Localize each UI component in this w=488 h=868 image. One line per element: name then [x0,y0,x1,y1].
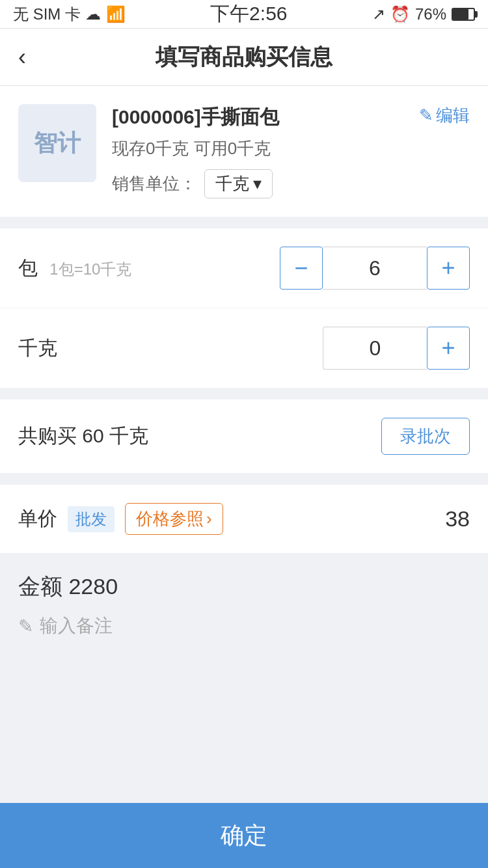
unit-row: 销售单位： 千克 ▾ [112,169,470,198]
summary-text: 共购买 60 千克 [18,423,148,450]
amount-label: 金额 [18,574,68,599]
edit-icon: ✎ [419,105,433,126]
price-section: 单价 批发 价格参照 › 38 [0,485,488,554]
status-time: 下午2:56 [210,1,287,27]
product-thumbnail: 智计 [18,104,96,182]
main-content: 无 SIM 卡 ☁ 📶 下午2:56 ↗ ⏰ 76% ‹ 填写商品购买信息 智计… [0,0,488,868]
bag-quantity-input[interactable] [323,247,427,290]
bag-hint: 1包=10千克 [49,260,131,278]
nav-bar: ‹ 填写商品购买信息 [0,29,488,86]
unit-value: 千克 [215,172,249,195]
price-value: 38 [445,506,470,532]
product-name-row: [0000006]手撕面包 ✎ 编辑 [112,104,470,131]
bag-minus-button[interactable]: − [280,247,323,290]
status-right: ↗ ⏰ 76% [372,5,475,23]
status-bar: 无 SIM 卡 ☁ 📶 下午2:56 ↗ ⏰ 76% [0,0,488,29]
kg-label: 千克 [18,335,323,362]
back-button[interactable]: ‹ [18,44,26,71]
price-ref-label: 价格参照 [136,508,204,530]
price-ref-arrow-icon: › [206,509,212,529]
bag-plus-button[interactable]: + [427,247,470,290]
kg-input-row: 千克 + [0,308,488,388]
price-section-wrapper: 单价 批发 价格参照 › 38 金额 2280 ✎ 输入备注 [0,485,488,647]
location-icon: ↗ [372,5,385,23]
product-name: [0000006]手撕面包 [112,104,419,131]
summary-section: 共购买 60 千克 录批次 [0,400,488,473]
bag-label: 包 1包=10千克 [18,255,280,282]
battery-text: 76% [415,5,446,23]
page-title: 填写商品购买信息 [156,42,332,72]
pencil-icon: ✎ [18,616,33,637]
amount-number: 2280 [68,574,118,599]
status-left: 无 SIM 卡 ☁ 📶 [13,4,126,25]
unit-label: 销售单位： [112,172,197,195]
amount-section: 金额 2280 ✎ 输入备注 [0,554,488,647]
batch-button[interactable]: 录批次 [381,418,470,455]
alarm-icon: ⏰ [390,5,410,23]
input-section: 包 1包=10千克 − + 千克 + [0,228,488,388]
price-label: 单价 [18,506,57,532]
wifi-icon: 📶 [106,5,126,23]
remark-placeholder: 输入备注 [40,614,113,638]
kg-plus-button[interactable]: + [427,327,470,370]
confirm-button[interactable]: 确定 [0,803,488,868]
bag-qty-control: − + [280,247,470,290]
remark-row[interactable]: ✎ 输入备注 [18,614,470,638]
battery-icon [452,8,475,21]
bag-input-row: 包 1包=10千克 − + [0,228,488,308]
product-logo: 智计 [34,128,81,159]
price-reference-button[interactable]: 价格参照 › [125,503,223,535]
amount-row: 金额 2280 [18,572,470,602]
edit-label: 编辑 [436,104,470,127]
kg-qty-control: + [323,327,470,370]
price-type-tag: 批发 [68,506,115,532]
stock-info: 现存0千克 可用0千克 [112,137,470,160]
sim-text: 无 SIM 卡 ☁ [13,4,101,25]
chevron-down-icon: ▾ [253,174,262,194]
product-info: [0000006]手撕面包 ✎ 编辑 现存0千克 可用0千克 销售单位： 千克 … [112,104,470,198]
product-card: 智计 [0000006]手撕面包 ✎ 编辑 现存0千克 可用0千克 销售单位： … [0,86,488,217]
kg-quantity-input[interactable] [323,327,427,370]
edit-button[interactable]: ✎ 编辑 [419,104,470,127]
unit-selector[interactable]: 千克 ▾ [204,169,273,198]
